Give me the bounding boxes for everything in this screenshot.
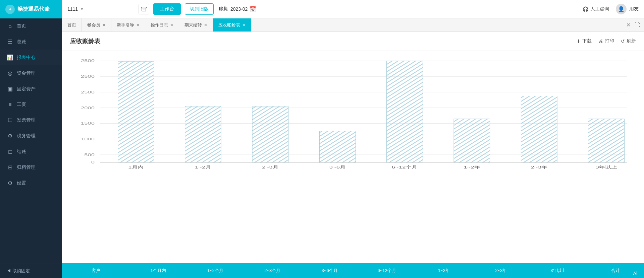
sidebar-icon-funds: ◎ bbox=[7, 70, 13, 76]
period-value: 2023-02 bbox=[230, 6, 248, 12]
sidebar-icon-home: ⌂ bbox=[7, 23, 13, 29]
svg-text:6~12个月: 6~12个月 bbox=[392, 165, 418, 169]
tab-close-member[interactable]: ✕ bbox=[102, 23, 106, 27]
sidebar-item-tax[interactable]: ⚙ 税务管理 bbox=[0, 128, 62, 144]
print-button[interactable]: 🖨 打印 bbox=[598, 38, 614, 44]
svg-rect-1 bbox=[142, 8, 146, 11]
svg-text:1~2年: 1~2年 bbox=[464, 165, 480, 169]
sidebar-label-tax: 税务管理 bbox=[17, 133, 36, 139]
svg-text:500: 500 bbox=[84, 152, 95, 157]
content-header: 应收账龄表 ⬇ 下载 🖨 打印 ↺ 刷新 bbox=[62, 32, 644, 51]
bar-2-3-month bbox=[252, 107, 288, 162]
tab-close-log[interactable]: ✕ bbox=[170, 23, 173, 27]
workbench-button[interactable]: 工作台 bbox=[153, 3, 181, 15]
avatar: 👤 bbox=[616, 4, 627, 14]
app-title: 畅捷通易代账 bbox=[17, 6, 50, 13]
content-actions: ⬇ 下载 🖨 打印 ↺ 刷新 bbox=[577, 38, 636, 44]
sidebar-label-reports: 报表中心 bbox=[17, 55, 36, 61]
sidebar-item-funds[interactable]: ◎ 资金管理 bbox=[0, 65, 62, 81]
sidebar-item-checkout[interactable]: ◻ 结账 bbox=[0, 144, 62, 159]
table-th-2~3个月: 2~3个月 bbox=[244, 268, 301, 274]
download-icon: ⬇ bbox=[577, 39, 581, 44]
sidebar-label-salary: 工资 bbox=[17, 101, 26, 108]
table-th-1~2年: 1~2年 bbox=[415, 268, 472, 274]
sidebar-item-settings[interactable]: ⚙ 设置 bbox=[0, 175, 62, 191]
tab-label-home: 首页 bbox=[67, 22, 76, 28]
tab-label-aging: 应收账龄表 bbox=[218, 22, 240, 28]
pin-toggle-label: ◀ 取消固定 bbox=[7, 268, 30, 274]
tab-aging[interactable]: 应收账龄表✕ bbox=[213, 18, 251, 31]
sidebar-icon-checkout: ◻ bbox=[7, 148, 13, 155]
aging-chart: 2500 2500 2500 2000 1500 1000 500 0 1月内 bbox=[69, 54, 637, 178]
bar-1-2-year bbox=[454, 119, 490, 162]
bar-3-plus-year bbox=[588, 119, 625, 162]
tabbar: 首页畅会员✕新手引导✕操作日志✕期末结转✕应收账龄表✕ ✕ ⛶ bbox=[62, 18, 644, 32]
tab-guide[interactable]: 新手引导✕ bbox=[111, 18, 145, 31]
sidebar-item-invoice[interactable]: ☐ 发票管理 bbox=[0, 112, 62, 128]
sidebar-label-ledger: 总账 bbox=[17, 39, 26, 45]
switch-version-button[interactable]: 切到旧版 bbox=[185, 3, 214, 15]
print-icon: 🖨 bbox=[598, 39, 603, 44]
user-menu[interactable]: 👤 用友 bbox=[616, 4, 639, 14]
calendar-icon[interactable]: 📅 bbox=[250, 6, 256, 12]
bar-1-month bbox=[118, 61, 154, 162]
sidebar: ✦ 畅捷通易代账 ⌂ 首页 ☰ 总账 📊 报表中心 ◎ 资金管理 ▣ 固定资产 … bbox=[0, 0, 62, 278]
page-title: 应收账龄表 bbox=[70, 37, 100, 45]
sidebar-item-assets[interactable]: ▣ 固定资产 bbox=[0, 81, 62, 97]
archive-button[interactable] bbox=[139, 4, 149, 14]
svg-text:1000: 1000 bbox=[81, 137, 95, 141]
sidebar-item-archive[interactable]: ⊟ 归档管理 bbox=[0, 159, 62, 175]
user-name: 用友 bbox=[629, 6, 639, 12]
sidebar-logo: ✦ 畅捷通易代账 bbox=[0, 0, 62, 18]
sidebar-pin-toggle[interactable]: ◀ 取消固定 bbox=[0, 264, 62, 278]
sidebar-nav: ⌂ 首页 ☰ 总账 📊 报表中心 ◎ 资金管理 ▣ 固定资产 ≡ 工资 ☐ 发票… bbox=[0, 18, 62, 264]
tab-close-period-end[interactable]: ✕ bbox=[204, 23, 207, 27]
sidebar-label-settings: 设置 bbox=[17, 180, 26, 186]
sidebar-item-salary[interactable]: ≡ 工资 bbox=[0, 97, 62, 112]
sidebar-icon-salary: ≡ bbox=[7, 101, 13, 108]
bar-1-2-month bbox=[185, 107, 221, 162]
sidebar-item-ledger[interactable]: ☰ 总账 bbox=[0, 34, 62, 50]
company-selector[interactable]: 1111 ▼ bbox=[67, 6, 135, 12]
main-area: 1111 ▼ 工作台 切到旧版 账期 2023-02 📅 🎧 人工咨询 👤 用友 bbox=[62, 0, 644, 278]
sidebar-icon-ledger: ☰ bbox=[7, 39, 13, 45]
tab-close-aging[interactable]: ✕ bbox=[242, 23, 246, 27]
download-button[interactable]: ⬇ 下载 bbox=[577, 38, 592, 44]
tab-period-end[interactable]: 期末结转✕ bbox=[179, 18, 213, 31]
table-th-2~3年: 2~3年 bbox=[473, 268, 530, 274]
period-label: 账期 bbox=[219, 6, 228, 12]
svg-text:2000: 2000 bbox=[81, 106, 95, 110]
tab-close-guide[interactable]: ✕ bbox=[136, 23, 140, 27]
support-button[interactable]: 🎧 人工咨询 bbox=[583, 6, 609, 12]
ai-badge[interactable]: Ai bbox=[627, 269, 644, 278]
bar-3-6-month bbox=[319, 131, 356, 162]
sidebar-icon-archive: ⊟ bbox=[7, 164, 13, 170]
sidebar-label-invoice: 发票管理 bbox=[17, 117, 36, 123]
svg-text:2500: 2500 bbox=[81, 74, 95, 79]
expand-icon[interactable]: ⛶ bbox=[635, 22, 640, 28]
sidebar-item-reports[interactable]: 📊 报表中心 bbox=[0, 50, 62, 65]
tab-member[interactable]: 畅会员✕ bbox=[82, 18, 111, 31]
topbar: 1111 ▼ 工作台 切到旧版 账期 2023-02 📅 🎧 人工咨询 👤 用友 bbox=[62, 0, 644, 18]
sidebar-label-home: 首页 bbox=[17, 23, 26, 29]
table-th-3年以上: 3年以上 bbox=[530, 268, 587, 274]
tab-log[interactable]: 操作日志✕ bbox=[145, 18, 179, 31]
company-name: 1111 bbox=[67, 6, 78, 12]
period-display: 账期 2023-02 📅 bbox=[219, 6, 256, 12]
table-th-1个月内: 1个月内 bbox=[129, 268, 186, 274]
close-all-icon[interactable]: ✕ bbox=[626, 22, 631, 28]
sidebar-item-home[interactable]: ⌂ 首页 bbox=[0, 18, 62, 34]
svg-text:2500: 2500 bbox=[81, 59, 95, 63]
tab-home[interactable]: 首页 bbox=[62, 18, 82, 31]
support-label: 人工咨询 bbox=[590, 6, 609, 12]
sidebar-label-funds: 资金管理 bbox=[17, 70, 36, 76]
chart-area: 2500 2500 2500 2000 1500 1000 500 0 1月内 bbox=[62, 51, 644, 263]
table-th-客户: 客户 bbox=[62, 268, 129, 274]
refresh-button[interactable]: ↺ 刷新 bbox=[621, 38, 636, 44]
table-th-6~12个月: 6~12个月 bbox=[358, 268, 415, 274]
sidebar-icon-settings: ⚙ bbox=[7, 180, 13, 186]
logo-icon: ✦ bbox=[5, 5, 15, 14]
sidebar-label-archive: 归档管理 bbox=[17, 164, 36, 170]
tab-label-member: 畅会员 bbox=[87, 22, 100, 28]
sidebar-label-checkout: 结账 bbox=[17, 149, 26, 155]
